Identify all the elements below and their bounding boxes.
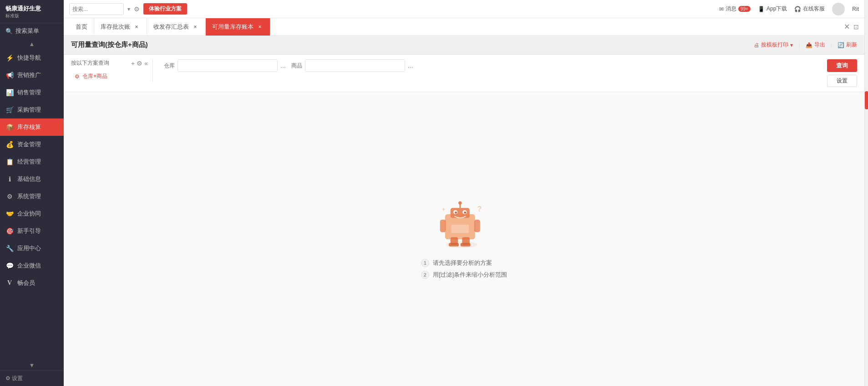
scheme-item-icon: ⚙ (75, 73, 80, 80)
sidebar-nav: ⚡ 快捷导航 📢 营销推广 📊 销售管理 🛒 采购管理 📦 库存核算 💰 资金管… (0, 49, 64, 360)
refresh-button[interactable]: 🔄 刷新 (838, 41, 857, 49)
svg-rect-2 (451, 208, 470, 218)
enterprise-icon: 🤝 (5, 210, 14, 217)
sidebar-item-quicknav[interactable]: ⚡ 快捷导航 (0, 49, 64, 67)
experience-industry-button[interactable]: 体验行业方案 (143, 3, 187, 15)
tab-close-collect-summary[interactable]: × (192, 23, 199, 31)
filter-area: 按以下方案查询 + ⚙ « ⚙ 仓库+商品 仓库 ... 商品 . (64, 55, 864, 92)
window-expand-button[interactable]: ⊡ (853, 23, 859, 31)
system-icon: ⚙ (5, 193, 14, 200)
filter-field-goods: 商品 ... (291, 59, 413, 72)
sidebar-item-marketing[interactable]: 📢 营销推广 (0, 67, 64, 84)
sidebar-item-purchase[interactable]: 🛒 采购管理 (0, 101, 64, 118)
tab-close-available-qty[interactable]: × (256, 23, 264, 31)
svg-rect-15 (461, 243, 471, 246)
export-button[interactable]: 📤 导出 (806, 41, 825, 49)
sidebar-item-app-center[interactable]: 🔧 应用中心 (0, 240, 64, 257)
goods-more-button[interactable]: ... (408, 62, 413, 69)
filter-schemes-actions: + ⚙ « (131, 60, 148, 67)
sidebar-item-label: 新手引导 (17, 227, 41, 235)
svg-point-7 (455, 211, 457, 214)
svg-text:✦: ✦ (441, 206, 446, 212)
empty-hint-2: 2 用[过滤]条件来缩小分析范围 (421, 271, 507, 279)
collapse-schemes-button[interactable]: « (144, 60, 148, 67)
scroll-up-button[interactable]: ▲ (0, 39, 64, 49)
marketing-icon: 📢 (5, 72, 14, 79)
sidebar-item-label: 库存核算 (17, 123, 41, 131)
print-button[interactable]: 🖨 按模板打印 ▾ (754, 41, 793, 49)
sidebar-search-menu[interactable]: 🔍 搜索菜单 (0, 23, 64, 39)
scrollbar-thumb (865, 91, 868, 109)
sidebar-item-system[interactable]: ⚙ 系统管理 (0, 188, 64, 205)
topbar-search-input[interactable] (69, 3, 124, 15)
sidebar-search-label: 搜索菜单 (15, 27, 39, 35)
sidebar-item-label: 企业微信 (17, 262, 41, 270)
sidebar-logo: 畅康通好生意 标准版 (0, 0, 64, 23)
warehouse-more-button[interactable]: ... (280, 62, 286, 69)
print-label: 按模板打印 (761, 41, 788, 49)
warehouse-input[interactable] (178, 59, 278, 72)
hint-number-1: 1 (421, 259, 429, 267)
export-icon: 📤 (806, 42, 812, 48)
svg-rect-11 (474, 220, 480, 232)
sales-icon: 📊 (5, 89, 14, 96)
query-button[interactable]: 查询 (827, 59, 857, 72)
app-edition: 标准版 (5, 13, 58, 19)
tab-bar: 首页 库存批次账 × 收发存汇总表 × 可用量库存账本 × ✕ ⊡ (64, 18, 864, 36)
sidebar-item-management[interactable]: 📋 经营管理 (0, 153, 64, 170)
tab-available-qty[interactable]: 可用量库存账本 × (206, 18, 270, 36)
page-header: 可用量查询(按仓库+商品) 🖨 按模板打印 ▾ | 📤 导出 | 🔄 刷新 (64, 36, 864, 55)
filter-actions: 查询 设置 (827, 59, 857, 87)
sidebar-bottom-settings[interactable]: ⚙ 设置 (0, 371, 64, 386)
app-center-icon: 🔧 (5, 245, 14, 252)
warehouse-label: 仓库 (164, 62, 175, 70)
sidebar-item-weixin[interactable]: 💬 企业微信 (0, 257, 64, 274)
sidebar-item-guide[interactable]: 🎯 新手引导 (0, 222, 64, 240)
refresh-icon: 🔄 (838, 42, 844, 48)
sidebar-item-finance[interactable]: 💰 资金管理 (0, 136, 64, 153)
app-name: 畅康通好生意 (5, 5, 58, 13)
separator-1: | (798, 41, 800, 48)
svg-rect-9 (452, 225, 469, 233)
online-service-label: 在线客服 (803, 5, 825, 13)
quicknav-icon: ⚡ (5, 54, 14, 62)
tab-collect-summary[interactable]: 收发存汇总表 × (147, 18, 206, 36)
svg-point-8 (464, 211, 467, 214)
window-close-button[interactable]: ✕ (844, 22, 850, 31)
topbar: ▾ ⚙ 体验行业方案 ✉ 消息 99+ 📱 App下载 🎧 在线客服 Rit (64, 0, 864, 18)
tab-inventory-batch[interactable]: 库存批次账 × (94, 18, 147, 36)
tab-home[interactable]: 首页 (69, 18, 94, 36)
sidebar-item-inventory[interactable]: 📦 库存核算 (0, 118, 64, 136)
sidebar-item-label: 资金管理 (17, 140, 41, 149)
topbar-dropdown-button[interactable]: ▾ (127, 6, 130, 12)
page-title: 可用量查询(按仓库+商品) (71, 41, 148, 49)
goods-input[interactable] (305, 59, 405, 72)
sidebar-item-member[interactable]: V 畅会员 (0, 274, 64, 292)
scheme-item-warehouse-goods[interactable]: ⚙ 仓库+商品 (71, 71, 148, 82)
app-download-icon: 📱 (758, 6, 765, 12)
goods-label: 商品 (291, 62, 302, 70)
sidebar-item-sales[interactable]: 📊 销售管理 (0, 84, 64, 101)
purchase-icon: 🛒 (5, 106, 14, 113)
scheme-settings-button[interactable]: ⚙ (137, 60, 142, 67)
sidebar-item-label: 经营管理 (17, 158, 41, 166)
topbar-gear-button[interactable]: ⚙ (134, 5, 140, 13)
export-label: 导出 (814, 41, 825, 49)
right-scrollbar[interactable] (864, 0, 868, 386)
app-download-button[interactable]: 📱 App下载 (758, 5, 787, 13)
sidebar-item-label: 畅会员 (17, 279, 35, 287)
sidebar-item-label: 采购管理 (17, 106, 41, 114)
add-scheme-button[interactable]: + (131, 60, 135, 67)
online-service-button[interactable]: 🎧 在线客服 (794, 5, 825, 13)
scroll-down-button[interactable]: ▼ (0, 360, 64, 371)
basic-info-icon: ℹ (5, 175, 14, 183)
sidebar-item-label: 营销推广 (17, 71, 41, 79)
search-icon: 🔍 (5, 28, 13, 35)
print-dropdown-icon: ▾ (790, 42, 793, 48)
tab-close-inventory-batch[interactable]: × (133, 23, 140, 31)
message-button[interactable]: ✉ 消息 99+ (719, 5, 751, 13)
settings-button[interactable]: 设置 (827, 75, 857, 87)
sidebar-item-enterprise[interactable]: 🤝 企业协同 (0, 205, 64, 222)
avatar[interactable] (832, 3, 845, 15)
sidebar-item-basic-info[interactable]: ℹ 基础信息 (0, 170, 64, 188)
